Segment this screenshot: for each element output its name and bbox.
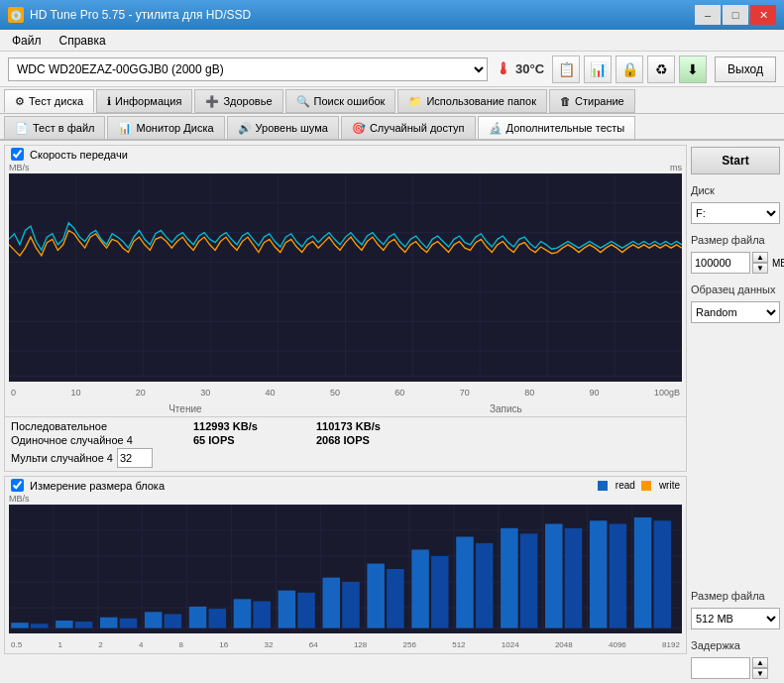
tab-info[interactable]: ℹ Информация — [96, 89, 192, 113]
tab-disk-test[interactable]: ⚙ Тест диска — [4, 89, 94, 113]
start-button[interactable]: Start — [691, 147, 780, 174]
svg-rect-77 — [476, 543, 494, 628]
lower-chart-title: Измерение размера блока — [30, 480, 165, 492]
extra-icon: 🔬 — [489, 122, 503, 135]
tab-health[interactable]: ➕ Здоровье — [194, 89, 282, 113]
tab-noise-label: Уровень шума — [256, 122, 328, 134]
delay-row: 0 ▲ ▼ — [691, 657, 780, 679]
spinner-up[interactable]: ▲ — [752, 252, 768, 263]
svg-rect-62 — [456, 537, 474, 628]
delay-spinner-up[interactable]: ▲ — [752, 657, 768, 668]
y-axis-label: MB/s — [9, 163, 30, 172]
toolbar-btn-2[interactable]: 📊 — [584, 56, 612, 83]
y-axis-right-label: ms — [670, 163, 682, 172]
lower-chart-svg — [9, 505, 682, 633]
tab-disk-monitor[interactable]: 📊 Монитор Диска — [107, 116, 224, 140]
svg-rect-59 — [323, 578, 341, 628]
tab-file-test[interactable]: 📄 Тест в файл — [4, 116, 105, 140]
stat-label-sequential: Последовательное — [11, 420, 189, 432]
toolbar-icons: 📋 📊 🔒 ♻ ⬇ — [552, 56, 707, 83]
stats-section: Последовательное 112993 KB/s 110173 KB/s… — [5, 416, 686, 471]
svg-rect-78 — [520, 533, 538, 627]
delay-input[interactable]: 0 — [691, 657, 750, 679]
lower-chart-section: Измерение размера блока read write MB/s — [4, 476, 687, 654]
tab-noise[interactable]: 🔊 Уровень шума — [227, 116, 339, 140]
minimize-button[interactable]: – — [695, 5, 721, 25]
exit-button[interactable]: Выход — [715, 57, 776, 82]
file-size-label-lower: Размер файла — [691, 590, 780, 602]
nav-tabs-row1: ⚙ Тест диска ℹ Информация ➕ Здоровье 🔍 П… — [0, 87, 784, 114]
multi-spinner-input[interactable] — [117, 448, 153, 468]
svg-rect-57 — [234, 599, 252, 627]
tab-random-access[interactable]: 🎯 Случайный доступ — [341, 116, 476, 140]
maximize-button[interactable]: □ — [723, 5, 748, 25]
main-content: Скорость передачи MB/s ms — [0, 141, 784, 683]
svg-rect-53 — [56, 621, 73, 628]
svg-rect-56 — [189, 607, 207, 628]
tab-erase[interactable]: 🗑 Стирание — [549, 89, 635, 113]
right-panel: Start Диск F: Размер файла 100000 ▲ ▼ MB… — [691, 145, 780, 679]
file-size-label-upper: Размер файла — [691, 234, 780, 246]
left-panel: Скорость передачи MB/s ms — [4, 145, 687, 679]
upper-chart-title: Скорость передачи — [30, 149, 128, 161]
random-icon: 🎯 — [352, 122, 366, 135]
device-select[interactable]: WDC WD20EZAZ-00GGJB0 (2000 gB) — [8, 57, 488, 81]
legend: read write — [598, 480, 680, 491]
folder-icon: 📁 — [408, 95, 422, 108]
read-label: Чтение — [168, 403, 201, 414]
monitor-icon: 📊 — [118, 122, 132, 135]
info-icon: ℹ — [107, 95, 111, 108]
svg-rect-70 — [165, 615, 182, 628]
tab-disk-monitor-label: Монитор Диска — [136, 122, 213, 134]
disk-select[interactable]: F: — [691, 202, 780, 224]
tab-extra-tests[interactable]: 🔬 Дополнительные тесты — [478, 116, 636, 140]
disk-label: Диск — [691, 184, 780, 196]
temperature-value: 30°C — [515, 61, 544, 76]
svg-rect-72 — [253, 602, 271, 628]
health-icon: ➕ — [205, 95, 219, 108]
toolbar-btn-4[interactable]: ♻ — [647, 56, 675, 83]
upper-chart-section: Скорость передачи MB/s ms — [4, 145, 687, 472]
svg-rect-76 — [431, 556, 449, 628]
search-icon: 🔍 — [296, 95, 310, 108]
stat-label-single: Одиночное случайное 4 — [11, 434, 189, 446]
tab-erase-label: Стирание — [575, 95, 624, 107]
svg-rect-74 — [342, 582, 360, 628]
svg-rect-79 — [565, 528, 583, 628]
tab-file-test-label: Тест в файл — [33, 122, 94, 134]
block-size-checkbox[interactable] — [11, 479, 24, 492]
svg-rect-80 — [610, 524, 627, 628]
menu-help[interactable]: Справка — [56, 33, 110, 49]
data-pattern-select[interactable]: Random Sequential Zeros Ones — [691, 301, 780, 323]
delay-spinner-down[interactable]: ▼ — [752, 668, 768, 679]
thermometer-icon: 🌡 — [496, 60, 511, 78]
svg-rect-63 — [501, 528, 518, 628]
upper-chart-header: Скорость передачи — [5, 146, 686, 163]
temperature-display: 🌡 30°C — [496, 60, 544, 78]
tab-error-scan[interactable]: 🔍 Поиск ошибок — [285, 89, 396, 113]
svg-rect-69 — [120, 619, 138, 628]
stat-label-multi: Мульти случайное 4 — [11, 452, 113, 464]
spacer — [691, 329, 780, 580]
svg-rect-71 — [209, 609, 227, 628]
upper-chart-svg: 150 125 100 75 50 25 0 60 50 40 30 20 10 — [9, 173, 682, 382]
mb-suffix: MB — [772, 258, 784, 269]
toolbar-btn-1[interactable]: 📋 — [552, 56, 580, 83]
file-size-lower-select[interactable]: 512 MB 1 GB 2 GB — [691, 608, 780, 629]
spinner-down[interactable]: ▼ — [752, 263, 768, 274]
upper-chart-wrapper: 150 125 100 75 50 25 0 60 50 40 30 20 10 — [9, 173, 682, 382]
stat-read-sequential: 112993 KB/s — [193, 420, 312, 432]
app-icon: 💿 — [8, 7, 24, 23]
svg-rect-61 — [411, 550, 429, 628]
toolbar-btn-5[interactable]: ⬇ — [679, 56, 707, 83]
tab-folder-usage[interactable]: 📁 Использование папок — [397, 89, 547, 113]
file-icon: 📄 — [15, 122, 29, 135]
delay-spinner: ▲ ▼ — [752, 657, 768, 679]
data-pattern-label: Образец данных — [691, 284, 780, 295]
menu-file[interactable]: Файл — [8, 33, 46, 49]
multi-spinner — [117, 448, 153, 468]
file-size-input[interactable]: 100000 — [691, 252, 750, 274]
speed-chart-checkbox[interactable] — [11, 148, 24, 161]
toolbar-btn-3[interactable]: 🔒 — [616, 56, 643, 83]
close-button[interactable]: ✕ — [750, 5, 776, 25]
